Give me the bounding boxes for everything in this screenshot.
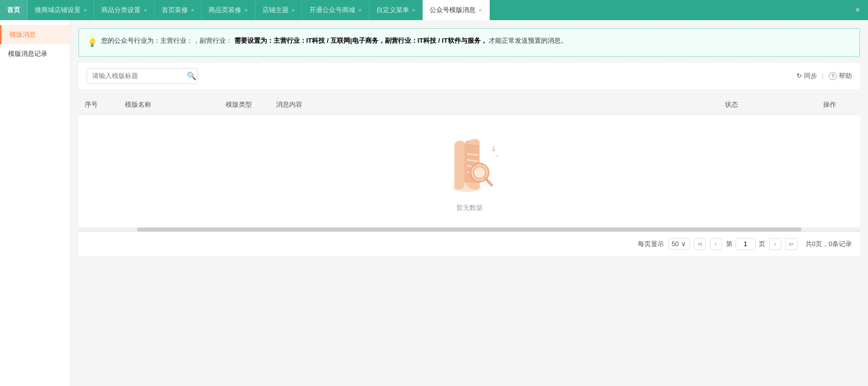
sync-label: 同步 [804,71,817,81]
close-tab-shop-theme[interactable]: × [292,7,295,13]
first-page-button[interactable]: ⊲ [694,238,706,250]
close-tab-shop-setting[interactable]: × [84,7,87,13]
top-nav: 首页微商城店铺设置 ×商品分类设置 ×首页装修 ×商品页装修 ×店铺主题 ×开通… [0,0,868,20]
page-input-wrap: 第 页 [726,238,765,250]
pagination: 每页显示 50 ∨ ⊲ ‹ 第 页 › ⊳ 共0页，0条记录 [79,231,860,256]
nav-close-all[interactable]: × [847,6,868,15]
prev-page-button[interactable]: ‹ [710,238,722,250]
content-area: 💡 您的公众号行业为：主营行业：，副营行业： 需要设置为：主营行业：IT科技 /… [71,20,868,386]
help-icon: ? [829,72,837,80]
page-number-input[interactable] [736,238,756,250]
app-root: 首页微商城店铺设置 ×商品分类设置 ×首页装修 ×商品页装修 ×店铺主题 ×开通… [0,0,868,386]
help-button[interactable]: ? 帮助 [829,71,852,81]
notice-icon: 💡 [87,36,97,49]
main-layout: 模版消息模版消息记录 💡 您的公众号行业为：主营行业：，副营行业： 需要设置为：… [0,20,868,386]
notice-box: 💡 您的公众号行业为：主营行业：，副营行业： 需要设置为：主营行业：IT科技 /… [79,28,860,57]
total-info: 共0页，0条记录 [806,240,852,249]
sync-button[interactable]: ↻ 同步 [796,71,817,81]
nav-tab-shop-setting[interactable]: 微商城店铺设置 × [28,0,94,20]
close-tab-home-decor[interactable]: × [191,7,194,13]
sync-icon: ↻ [796,72,802,80]
search-input[interactable] [87,69,182,83]
th-name: 模版名称 [119,100,220,109]
close-tab-open-mall[interactable]: × [358,7,361,13]
svg-line-2 [468,160,478,161]
table-wrap: 序号 模版名称 模版类型 消息内容 状态 操作 [79,95,860,256]
empty-text: 暂无数据 [456,203,483,212]
svg-point-6 [474,167,486,179]
nav-tab-template-msg[interactable]: 公众号模版消息 × [423,0,489,20]
help-label: 帮助 [839,71,852,81]
page-size-label: 每页显示 [638,240,664,249]
th-type: 模版类型 [220,100,270,109]
nav-tab-shop-theme[interactable]: 店铺主题 × [255,0,302,20]
nav-tab-custom-menu[interactable]: 自定义菜单 × [369,0,423,20]
notice-suffix: 才能正常发送预置的消息。 [489,37,567,44]
notice-content: 您的公众号行业为：主营行业：，副营行业： 需要设置为：主营行业：IT科技 / 互… [101,36,567,46]
table-header: 序号 模版名称 模版类型 消息内容 状态 操作 [79,95,860,115]
page-size-chevron-icon: ∨ [681,240,686,248]
sidebar: 模版消息模版消息记录 [0,20,71,386]
scroll-bar-wrap[interactable] [79,227,860,231]
th-content: 消息内容 [270,100,719,109]
sidebar-item-template-msg-log[interactable]: 模版消息记录 [0,44,70,63]
nav-tab-home-decor[interactable]: 首页装修 × [155,0,202,20]
nav-tab-home[interactable]: 首页 [0,0,28,20]
nav-tab-product-decor[interactable]: 商品页装修 × [202,0,255,20]
svg-line-1 [468,154,478,155]
page-suffix: 页 [759,240,765,249]
sidebar-item-template-msg[interactable]: 模版消息 [0,25,70,44]
empty-illustration: ✦ [439,135,500,195]
notice-prefix: 您的公众号行业为：主营行业：，副营行业： [101,37,232,44]
th-no: 序号 [79,100,119,109]
close-tab-product-decor[interactable]: × [244,7,247,13]
close-tab-template-msg[interactable]: × [479,7,482,13]
th-action: 操作 [799,100,860,109]
svg-text:✦: ✦ [492,144,496,150]
svg-line-7 [486,179,492,185]
page-size-value: 50 [672,240,679,248]
search-button[interactable]: 🔍 [182,68,197,84]
close-tab-custom-menu[interactable]: × [412,7,415,13]
toolbar-right: ↻ 同步 | ? 帮助 [796,71,852,81]
nav-tab-category-setting[interactable]: 商品分类设置 × [94,0,154,20]
last-page-button[interactable]: ⊳ [785,238,797,250]
next-page-button[interactable]: › [769,238,781,250]
svg-point-9 [496,155,498,157]
toolbar-divider: | [822,72,824,80]
page-size-select[interactable]: 50 ∨ [668,238,689,250]
scroll-bar-thumb [137,227,801,231]
search-input-wrap: 🔍 [87,68,197,84]
nav-tab-open-mall[interactable]: 开通公众号商城 × [302,0,369,20]
th-status: 状态 [719,100,799,109]
close-tab-category-setting[interactable]: × [144,7,147,13]
search-bar: 🔍 ↻ 同步 | ? 帮助 [79,63,860,89]
page-label: 第 [726,240,732,249]
empty-state: ✦ 暂无数据 [79,115,860,227]
notice-highlight: 需要设置为：主营行业：IT科技 / 互联网|电子商务，副营行业：IT科技 / I… [234,37,487,44]
